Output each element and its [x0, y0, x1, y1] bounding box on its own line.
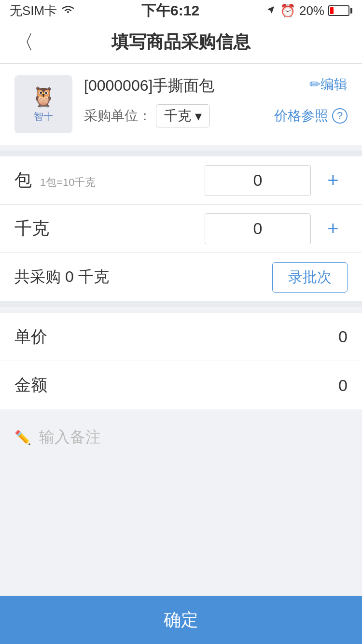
- unit-value: 千克: [164, 107, 191, 125]
- amount-label: 金额: [14, 374, 47, 396]
- bag-label-area: 包 1包=10千克: [14, 168, 96, 192]
- amount-row: 金额 0: [0, 361, 362, 409]
- status-right: ⏰ 20%: [265, 3, 352, 18]
- product-name: [0000006]手撕面包: [84, 75, 214, 97]
- owl-icon: 🦉: [31, 85, 56, 108]
- page-title: 填写商品采购信息: [111, 30, 251, 54]
- back-button[interactable]: 〈: [14, 29, 43, 56]
- edit-button[interactable]: ✏编辑: [309, 75, 348, 94]
- bag-input-wrapper: +: [96, 165, 348, 196]
- confirm-button[interactable]: 确定: [0, 596, 362, 644]
- help-icon: ?: [332, 108, 348, 124]
- unit-selector-area: 采购单位： 千克 ▾: [84, 104, 210, 127]
- battery-icon: [328, 5, 352, 16]
- kg-input-wrapper: +: [72, 213, 348, 244]
- bag-plus-button[interactable]: +: [319, 166, 348, 195]
- amount-value: 0: [338, 376, 348, 395]
- nav-bar: 〈 填写商品采购信息: [0, 21, 362, 64]
- kg-label: 千克: [14, 218, 49, 238]
- wifi-icon: [61, 3, 75, 18]
- pencil-icon: ✏️: [14, 430, 31, 446]
- bag-label: 包: [14, 170, 32, 190]
- product-header: [0000006]手撕面包 ✏编辑: [84, 75, 348, 97]
- product-image: 🦉 智十: [14, 75, 72, 133]
- price-ref-label: 价格参照: [274, 107, 328, 125]
- batch-button[interactable]: 录批次: [272, 262, 348, 293]
- product-card: 🦉 智十 [0000006]手撕面包 ✏编辑 采购单位： 千克 ▾ 价格参照 ?: [0, 64, 362, 145]
- bag-sub-label: 1包=10千克: [40, 176, 96, 188]
- owl-label: 智十: [34, 110, 53, 123]
- section-divider-2: [0, 301, 362, 307]
- dropdown-arrow: ▾: [195, 108, 202, 124]
- kg-plus-button[interactable]: +: [319, 214, 348, 243]
- kg-quantity-input[interactable]: [205, 213, 311, 244]
- status-time: 下午6:12: [141, 1, 199, 21]
- summary-section: 共采购 0 千克 录批次: [0, 253, 362, 301]
- product-info: [0000006]手撕面包 ✏编辑 采购单位： 千克 ▾ 价格参照 ?: [84, 75, 348, 127]
- input-section: 包 1包=10千克 + 千克 +: [0, 156, 362, 253]
- battery-percent: 20%: [299, 3, 324, 18]
- location-icon: [265, 3, 276, 18]
- status-left: 无SIM卡: [10, 2, 75, 19]
- kg-row: 千克 +: [0, 205, 362, 253]
- unit-price-label: 单价: [14, 326, 47, 348]
- bag-quantity-input[interactable]: [205, 165, 311, 196]
- remark-placeholder: 输入备注: [39, 427, 101, 448]
- unit-select[interactable]: 千克 ▾: [156, 104, 210, 127]
- bottom-spacer: [0, 460, 362, 609]
- unit-price-row: 单价 0: [0, 313, 362, 361]
- status-bar: 无SIM卡 下午6:12 ⏰ 20%: [0, 0, 362, 21]
- remark-section[interactable]: ✏️ 输入备注: [0, 415, 362, 460]
- kg-label-area: 千克: [14, 217, 72, 240]
- price-section: 单价 0 金额 0: [0, 313, 362, 409]
- alarm-icon: ⏰: [280, 3, 295, 18]
- product-unit-row: 采购单位： 千克 ▾ 价格参照 ?: [84, 104, 348, 127]
- carrier-label: 无SIM卡: [10, 2, 57, 19]
- unit-label: 采购单位：: [84, 108, 152, 123]
- bag-row: 包 1包=10千克 +: [0, 156, 362, 205]
- price-ref-button[interactable]: 价格参照 ?: [274, 107, 348, 125]
- unit-price-value: 0: [338, 327, 348, 346]
- section-divider-1: [0, 151, 362, 156]
- summary-text: 共采购 0 千克: [14, 266, 109, 288]
